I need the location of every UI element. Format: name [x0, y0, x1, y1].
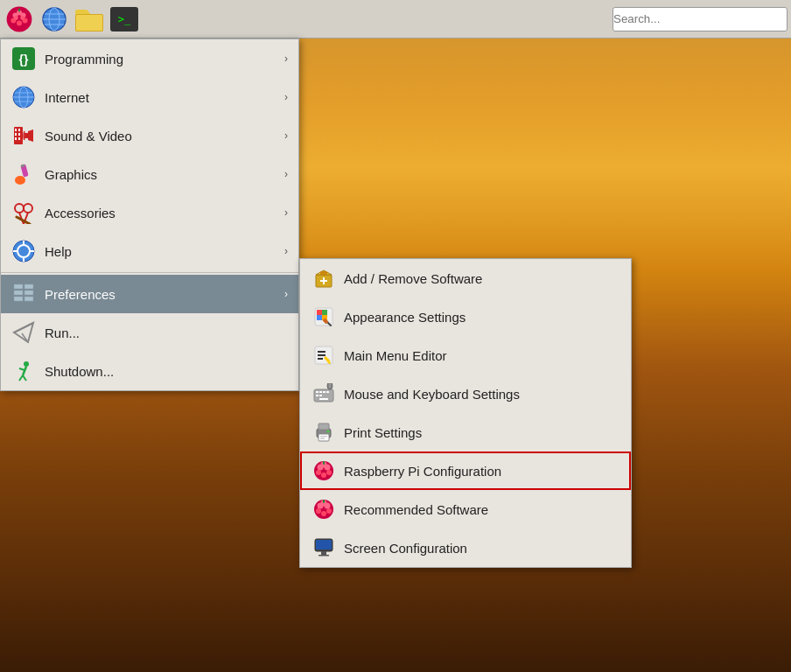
raspberry-pi-menu-button[interactable]	[4, 4, 35, 35]
add-remove-software-label: Add / Remove Software	[344, 271, 482, 286]
web-browser-button[interactable]	[38, 4, 70, 35]
svg-rect-30	[18, 133, 20, 136]
internet-icon	[11, 85, 36, 109]
submenu-mouse-keyboard-settings[interactable]: Mouse and Keyboard Settings	[300, 374, 631, 413]
svg-rect-53	[24, 297, 33, 301]
screen-configuration-icon	[312, 536, 335, 559]
svg-point-102	[321, 472, 326, 478]
screen-configuration-label: Screen Configuration	[344, 541, 467, 556]
menu-item-accessories[interactable]: Accessories ›	[1, 193, 298, 232]
internet-label: Internet	[45, 90, 284, 105]
svg-rect-84	[326, 391, 329, 393]
rpi-configuration-label: Raspberry Pi Configuration	[344, 464, 501, 479]
terminal-button[interactable]: >_	[108, 4, 140, 35]
programming-label: Programming	[45, 52, 284, 66]
accessories-icon	[11, 200, 36, 225]
appearance-settings-icon	[312, 305, 335, 328]
svg-rect-27	[15, 133, 17, 136]
svg-point-7	[14, 16, 18, 20]
sound-video-arrow: ›	[284, 130, 288, 142]
add-remove-software-icon	[312, 267, 335, 290]
svg-rect-92	[318, 434, 329, 441]
svg-point-6	[17, 20, 22, 25]
help-icon	[11, 239, 36, 263]
svg-marker-33	[28, 130, 33, 142]
menu-item-programming[interactable]: {} Programming ›	[1, 39, 298, 78]
submenu-recommended-software[interactable]: Recommended Software	[300, 490, 631, 528]
file-manager-button[interactable]	[74, 4, 105, 35]
menu-item-run[interactable]: Run...	[1, 313, 298, 352]
svg-rect-85	[316, 395, 318, 396]
accessories-arrow: ›	[284, 206, 288, 219]
graphics-icon	[11, 162, 36, 186]
svg-point-95	[327, 430, 330, 433]
submenu-appearance-settings[interactable]: Appearance Settings	[300, 298, 631, 336]
sound-video-icon	[11, 123, 36, 148]
svg-rect-70	[317, 315, 322, 320]
run-icon	[11, 320, 36, 345]
svg-point-38	[24, 204, 32, 213]
submenu-print-settings[interactable]: Print Settings	[300, 413, 631, 452]
svg-line-61	[23, 375, 26, 381]
menu-item-sound-video[interactable]: Sound & Video ›	[1, 116, 298, 155]
programming-arrow: ›	[284, 52, 288, 65]
svg-rect-32	[24, 133, 28, 138]
svg-point-109	[326, 508, 332, 514]
preferences-label: Preferences	[45, 287, 284, 302]
svg-point-37	[15, 204, 24, 213]
svg-rect-82	[319, 391, 322, 393]
shutdown-icon	[11, 359, 36, 383]
appearance-settings-label: Appearance Settings	[344, 310, 466, 325]
run-label: Run...	[45, 326, 288, 340]
rpi-configuration-icon	[312, 459, 335, 482]
menu-item-help[interactable]: Help ›	[1, 232, 298, 270]
main-menu-editor-label: Main Menu Editor	[344, 348, 447, 363]
internet-arrow: ›	[284, 91, 288, 103]
svg-rect-51	[24, 290, 33, 295]
help-label: Help	[45, 244, 284, 259]
mouse-keyboard-settings-icon	[312, 382, 335, 405]
menu-item-internet[interactable]: Internet ›	[1, 78, 298, 116]
svg-point-101	[326, 470, 332, 475]
graphics-arrow: ›	[284, 168, 288, 180]
svg-point-100	[316, 470, 321, 475]
graphics-label: Graphics	[45, 167, 284, 182]
menu-item-graphics[interactable]: Graphics ›	[1, 155, 298, 193]
menu-item-preferences[interactable]: Preferences ›	[1, 275, 298, 313]
svg-rect-50	[14, 290, 23, 295]
svg-rect-83	[323, 391, 326, 393]
preferences-arrow: ›	[284, 288, 288, 300]
svg-rect-94	[320, 438, 325, 440]
svg-rect-68	[317, 310, 322, 315]
taskbar: >_	[0, 0, 791, 38]
svg-line-58	[23, 367, 26, 375]
svg-rect-49	[24, 284, 33, 289]
help-arrow: ›	[284, 245, 288, 257]
print-settings-label: Print Settings	[344, 425, 422, 440]
svg-rect-103	[323, 461, 325, 465]
shutdown-label: Shutdown...	[45, 364, 288, 379]
svg-rect-26	[15, 129, 17, 131]
menu-item-shutdown[interactable]: Shutdown...	[1, 352, 298, 390]
preferences-icon	[11, 282, 36, 306]
svg-rect-17	[76, 15, 102, 31]
svg-rect-64	[320, 271, 327, 275]
svg-rect-111	[323, 500, 325, 503]
submenu-main-menu-editor[interactable]: Main Menu Editor	[300, 336, 631, 374]
sound-video-label: Sound & Video	[45, 129, 284, 144]
submenu-screen-configuration[interactable]: Screen Configuration	[300, 528, 631, 567]
submenu-rpi-configuration[interactable]: Raspberry Pi Configuration	[300, 452, 631, 490]
mouse-keyboard-settings-label: Mouse and Keyboard Settings	[344, 387, 520, 402]
svg-rect-29	[18, 129, 20, 131]
svg-point-110	[321, 511, 326, 516]
submenu-add-remove-software[interactable]: Add / Remove Software	[300, 259, 631, 298]
svg-rect-81	[316, 391, 318, 393]
svg-rect-52	[14, 297, 23, 301]
svg-rect-93	[320, 436, 327, 438]
svg-rect-91	[318, 424, 329, 430]
main-menu-editor-icon	[312, 344, 335, 367]
svg-point-8	[20, 16, 24, 20]
svg-point-35	[15, 176, 25, 185]
svg-rect-113	[316, 540, 332, 550]
taskbar-search-input[interactable]	[612, 7, 788, 32]
